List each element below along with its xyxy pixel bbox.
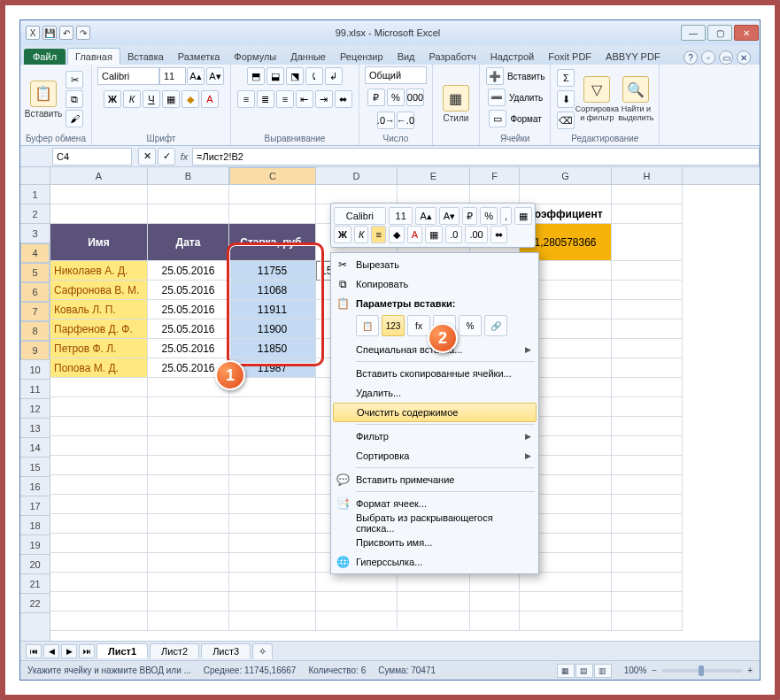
- cell[interactable]: [612, 281, 683, 300]
- tab-formulas[interactable]: Формулы: [227, 49, 283, 65]
- tab-layout[interactable]: Разметка: [171, 49, 228, 65]
- paste-opt-formatting[interactable]: %: [459, 315, 482, 336]
- cell[interactable]: [612, 495, 683, 514]
- cell[interactable]: [148, 397, 229, 417]
- tab-nav-first[interactable]: ⏮: [26, 644, 42, 658]
- cell[interactable]: Сафронова В. М.: [50, 281, 148, 300]
- cell[interactable]: [229, 397, 316, 417]
- cell[interactable]: [612, 534, 683, 553]
- mini-currency-icon[interactable]: ₽: [462, 207, 477, 225]
- cell[interactable]: [229, 612, 316, 631]
- mini-shrink-font-icon[interactable]: A▾: [439, 207, 460, 225]
- zoom-level[interactable]: 100%: [624, 665, 647, 675]
- sheet-tab-1[interactable]: Лист1: [97, 643, 148, 658]
- cell[interactable]: [229, 185, 316, 204]
- col-header[interactable]: C: [229, 167, 316, 185]
- mini-fill-icon[interactable]: ◆: [389, 226, 405, 243]
- grow-font-icon[interactable]: A▴: [187, 67, 205, 85]
- cell[interactable]: [612, 456, 683, 475]
- row-header[interactable]: 21: [20, 574, 50, 594]
- cell[interactable]: [148, 436, 229, 456]
- styles-button[interactable]: ▦ Стили: [438, 85, 474, 123]
- indent-dec-icon[interactable]: ⇤: [296, 90, 313, 108]
- menu-clear-contents[interactable]: Очистить содержимое: [333, 403, 537, 422]
- row-header[interactable]: 6: [20, 282, 50, 302]
- cell[interactable]: Попова М. Д.: [50, 358, 148, 378]
- cell[interactable]: [148, 612, 229, 631]
- row-header[interactable]: 13: [20, 419, 50, 438]
- formula-input[interactable]: =Лист2!B2: [192, 148, 760, 165]
- row-header[interactable]: 7: [20, 302, 50, 321]
- cell[interactable]: [612, 397, 683, 417]
- cell[interactable]: 25.05.2016: [148, 281, 229, 300]
- row-header[interactable]: 18: [20, 516, 50, 535]
- cut-icon[interactable]: ✂: [66, 71, 83, 88]
- cell[interactable]: [148, 495, 229, 514]
- cell[interactable]: [612, 417, 683, 436]
- inc-decimal-icon[interactable]: .0→: [377, 112, 395, 129]
- cell[interactable]: [612, 612, 683, 631]
- menu-assign-name[interactable]: Присвоить имя...: [331, 533, 538, 552]
- cell[interactable]: [520, 592, 612, 612]
- row-header[interactable]: 2: [20, 204, 50, 224]
- menu-insert-copied[interactable]: Вставить скопированные ячейки...: [331, 364, 538, 383]
- cells-insert-button[interactable]: ➕Вставить: [485, 66, 544, 86]
- cell[interactable]: Петров Ф. Л.: [50, 339, 148, 358]
- zoom-slider[interactable]: [662, 669, 742, 673]
- cell[interactable]: [148, 417, 229, 436]
- menu-hyperlink[interactable]: 🌐Гиперссылка...: [331, 552, 538, 572]
- fill-color-button[interactable]: ◆: [181, 90, 199, 108]
- minimize-ribbon-icon[interactable]: ▫: [701, 50, 715, 65]
- cell[interactable]: Коваль Л. П.: [50, 300, 148, 319]
- row-header[interactable]: 4: [20, 243, 50, 263]
- cell[interactable]: [612, 514, 683, 534]
- cell[interactable]: [229, 436, 316, 456]
- mini-font-select[interactable]: Calibri: [334, 207, 386, 225]
- cell[interactable]: [612, 358, 683, 378]
- cell[interactable]: [50, 514, 148, 534]
- tab-abbyy[interactable]: ABBYY PDF: [599, 49, 668, 65]
- cell[interactable]: [50, 378, 148, 397]
- menu-pick-list[interactable]: Выбрать из раскрывающегося списка...: [331, 513, 538, 533]
- tab-data[interactable]: Данные: [283, 49, 333, 65]
- close-button[interactable]: ✕: [734, 25, 759, 41]
- select-all-corner[interactable]: [20, 167, 50, 184]
- cell[interactable]: [612, 592, 683, 612]
- cell[interactable]: [612, 300, 683, 319]
- view-pagebreak-icon[interactable]: ▥: [594, 664, 612, 678]
- cell[interactable]: Имя: [50, 224, 148, 261]
- menu-copy[interactable]: ⧉Копировать: [331, 274, 538, 294]
- tab-view[interactable]: Вид: [390, 49, 422, 65]
- orientation-icon[interactable]: ⤹: [305, 67, 323, 85]
- worksheet[interactable]: A B C D E F G H 123456789101112131415161…: [20, 167, 760, 641]
- row-header[interactable]: 15: [20, 458, 50, 477]
- tab-nav-prev[interactable]: ◀: [43, 644, 59, 658]
- cell[interactable]: 25.05.2016: [148, 261, 229, 281]
- zoom-out-icon[interactable]: −: [652, 665, 657, 675]
- mini-borders-icon[interactable]: ▦: [514, 207, 532, 225]
- italic-button[interactable]: К: [123, 90, 141, 108]
- cells-format-button[interactable]: ▭Формат: [488, 109, 542, 128]
- tab-addins[interactable]: Надстрой: [483, 49, 541, 65]
- view-layout-icon[interactable]: ▤: [575, 664, 593, 678]
- col-header[interactable]: A: [50, 167, 148, 184]
- cell[interactable]: [229, 417, 316, 436]
- underline-button[interactable]: Ч: [143, 90, 160, 108]
- mini-bold-icon[interactable]: Ж: [334, 226, 351, 243]
- tab-nav-next[interactable]: ▶: [61, 644, 77, 658]
- row-header[interactable]: 10: [20, 360, 50, 380]
- cell[interactable]: [612, 475, 683, 495]
- cell[interactable]: [229, 204, 316, 224]
- cell[interactable]: 25.05.2016: [148, 300, 229, 319]
- currency-icon[interactable]: ₽: [367, 88, 385, 106]
- cell[interactable]: [148, 573, 229, 592]
- cell[interactable]: [612, 378, 683, 397]
- cell[interactable]: [50, 204, 148, 224]
- copy-icon[interactable]: ⧉: [66, 90, 83, 108]
- align-right-icon[interactable]: ≡: [276, 90, 294, 108]
- cell[interactable]: 11900: [229, 319, 316, 339]
- cell[interactable]: [316, 185, 398, 204]
- cell[interactable]: [316, 612, 398, 631]
- cell[interactable]: 11755: [229, 261, 316, 281]
- file-tab[interactable]: Файл: [24, 49, 66, 65]
